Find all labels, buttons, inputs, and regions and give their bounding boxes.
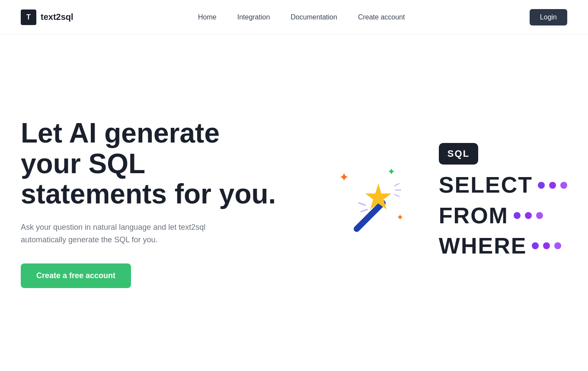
sql-display: SQL SELECT FROM WHERE xyxy=(439,143,567,263)
nav-links: Home Integration Documentation Create ac… xyxy=(198,13,405,21)
hero-title: Let AI generate your SQL statements for … xyxy=(21,118,280,209)
dot-1 xyxy=(538,182,545,189)
sql-where-line: WHERE xyxy=(439,232,567,259)
dot-2 xyxy=(549,182,556,189)
logo-name: text2sql xyxy=(41,12,74,22)
hero-right: ✦ ✦ ✦ SQL SELECT xyxy=(335,143,567,263)
dot-8 xyxy=(543,242,550,249)
sql-from-keyword: FROM xyxy=(439,202,508,229)
sql-select-line: SELECT xyxy=(439,171,567,198)
navbar: T text2sql Home Integration Documentatio… xyxy=(0,0,588,35)
sql-select-keyword: SELECT xyxy=(439,171,533,198)
select-dots xyxy=(538,182,567,189)
svg-text:✦: ✦ xyxy=(396,212,403,222)
svg-line-4 xyxy=(359,203,365,205)
nav-integration[interactable]: Integration xyxy=(237,13,270,21)
dot-3 xyxy=(560,182,567,189)
nav-right: Login xyxy=(530,9,567,25)
svg-line-5 xyxy=(361,209,368,212)
dot-4 xyxy=(514,212,521,219)
sql-badge: SQL xyxy=(439,143,478,165)
login-button[interactable]: Login xyxy=(530,9,567,25)
dot-5 xyxy=(525,212,532,219)
from-dots xyxy=(514,212,543,219)
hero-left: Let AI generate your SQL statements for … xyxy=(21,118,280,288)
wand-illustration: ✦ ✦ ✦ xyxy=(335,160,413,246)
logo-icon-text: T xyxy=(26,13,31,21)
sql-where-keyword: WHERE xyxy=(439,232,527,259)
nav-documentation[interactable]: Documentation xyxy=(291,13,337,21)
dot-6 xyxy=(536,212,543,219)
sql-from-line: FROM xyxy=(439,202,567,229)
dot-7 xyxy=(532,242,539,249)
hero-subtitle: Ask your question in natural language an… xyxy=(21,221,246,246)
svg-text:✦: ✦ xyxy=(387,166,395,177)
logo-group: T text2sql xyxy=(21,10,74,25)
dot-9 xyxy=(554,242,561,249)
logo-icon: T xyxy=(21,10,36,25)
hero-section: Let AI generate your SQL statements for … xyxy=(0,35,588,363)
cta-button[interactable]: Create a free account xyxy=(21,263,131,288)
svg-line-8 xyxy=(395,194,399,197)
nav-home[interactable]: Home xyxy=(198,13,217,21)
svg-text:✦: ✦ xyxy=(339,171,348,184)
svg-line-6 xyxy=(395,184,399,186)
nav-create-account[interactable]: Create account xyxy=(358,13,405,21)
wand-svg: ✦ ✦ ✦ xyxy=(335,160,413,246)
where-dots xyxy=(532,242,561,249)
svg-line-3 xyxy=(357,203,383,229)
